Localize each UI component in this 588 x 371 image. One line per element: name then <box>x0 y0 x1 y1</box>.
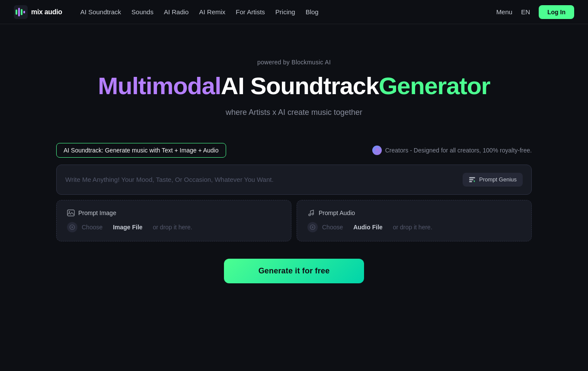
svg-rect-1 <box>16 10 17 15</box>
navbar-right: Menu EN Log In <box>496 5 574 19</box>
prompt-genius-label: Prompt Genius <box>479 176 517 183</box>
audio-file-type: Audio File <box>353 224 383 231</box>
audio-upload-box[interactable]: Prompt Audio Choose Audio File or drop i… <box>297 200 532 241</box>
generator-badge[interactable]: AI Soundtrack: Generate music with Text … <box>56 143 226 158</box>
navbar: mix audio AI Soundtrack Sounds AI Radio … <box>0 0 588 24</box>
generate-button-wrap: Generate it for free <box>56 259 532 283</box>
genius-icon <box>469 176 476 183</box>
nav-link-ai-radio[interactable]: AI Radio <box>160 6 193 18</box>
login-button[interactable]: Log In <box>539 5 574 19</box>
svg-rect-8 <box>469 181 472 182</box>
image-panel-title: Prompt Image <box>78 209 116 216</box>
nav-links: AI Soundtrack Sounds AI Radio AI Remix F… <box>76 6 323 18</box>
hero-subtitle: where Artists x AI create music together <box>226 108 362 117</box>
hero-title-generator: Generator <box>379 72 490 99</box>
svg-point-13 <box>312 213 313 215</box>
navbar-left: mix audio AI Soundtrack Sounds AI Radio … <box>14 5 323 19</box>
generate-button[interactable]: Generate it for free <box>224 259 364 283</box>
hero-title: MultimodalAI SoundtrackGenerator <box>98 73 490 99</box>
svg-rect-6 <box>469 177 475 178</box>
image-drop-label: or drop it here. <box>153 224 192 231</box>
svg-rect-2 <box>18 8 20 16</box>
creators-label: Creators - Designed for all creators, 10… <box>372 146 532 155</box>
nav-link-for-artists[interactable]: For Artists <box>231 6 269 18</box>
svg-point-10 <box>69 211 70 212</box>
logo-icon <box>14 5 28 19</box>
svg-rect-3 <box>21 9 22 15</box>
creators-text: Creators - Designed for all creators, 10… <box>385 147 532 154</box>
image-upload-icon <box>67 209 75 217</box>
svg-rect-7 <box>469 179 473 180</box>
audio-upload-title: Prompt Audio <box>307 209 521 217</box>
image-upload-avatar <box>67 222 77 232</box>
audio-choose-row: Choose Audio File or drop it here. <box>307 222 521 232</box>
audio-upload-icon <box>307 209 315 217</box>
image-upload-title: Prompt Image <box>67 209 281 217</box>
prompt-text-box[interactable]: Write Me Anything! Your Mood, Taste, Or … <box>56 165 532 195</box>
powered-by-label: powered by Blockmusic AI <box>257 59 331 66</box>
generator-container: AI Soundtrack: Generate music with Text … <box>56 143 532 283</box>
image-file-type: Image File <box>113 224 142 231</box>
image-choose-label: Choose <box>82 224 102 231</box>
logo-text: mix audio <box>31 8 62 16</box>
image-upload-box[interactable]: Prompt Image Choose Image File or drop i… <box>56 200 291 241</box>
svg-rect-4 <box>23 11 25 13</box>
audio-choose-label: Choose <box>322 224 343 231</box>
language-button[interactable]: EN <box>521 8 530 16</box>
creators-avatar <box>372 146 382 155</box>
nav-link-ai-remix[interactable]: AI Remix <box>195 6 230 18</box>
svg-rect-9 <box>67 210 74 216</box>
menu-button[interactable]: Menu <box>496 8 513 16</box>
svg-point-12 <box>309 214 310 216</box>
generator-header: AI Soundtrack: Generate music with Text … <box>56 143 532 158</box>
nav-link-blog[interactable]: Blog <box>301 6 323 18</box>
hero-title-multimodal: Multimodal <box>98 72 221 99</box>
image-choose-row: Choose Image File or drop it here. <box>67 222 281 232</box>
logo[interactable]: mix audio <box>14 5 62 19</box>
nav-link-pricing[interactable]: Pricing <box>271 6 300 18</box>
hero-title-ai-soundtrack: AI Soundtrack <box>221 72 379 99</box>
audio-drop-label: or drop it here. <box>393 224 432 231</box>
prompt-input-placeholder: Write Me Anything! Your Mood, Taste, Or … <box>65 176 463 183</box>
nav-link-sounds[interactable]: Sounds <box>127 6 158 18</box>
main-content: powered by Blockmusic AI MultimodalAI So… <box>0 24 588 283</box>
nav-link-ai-soundtrack[interactable]: AI Soundtrack <box>76 6 125 18</box>
prompt-genius-button[interactable]: Prompt Genius <box>463 173 523 187</box>
audio-upload-avatar <box>307 222 318 232</box>
audio-panel-title: Prompt Audio <box>319 209 355 216</box>
upload-row: Prompt Image Choose Image File or drop i… <box>56 200 532 241</box>
